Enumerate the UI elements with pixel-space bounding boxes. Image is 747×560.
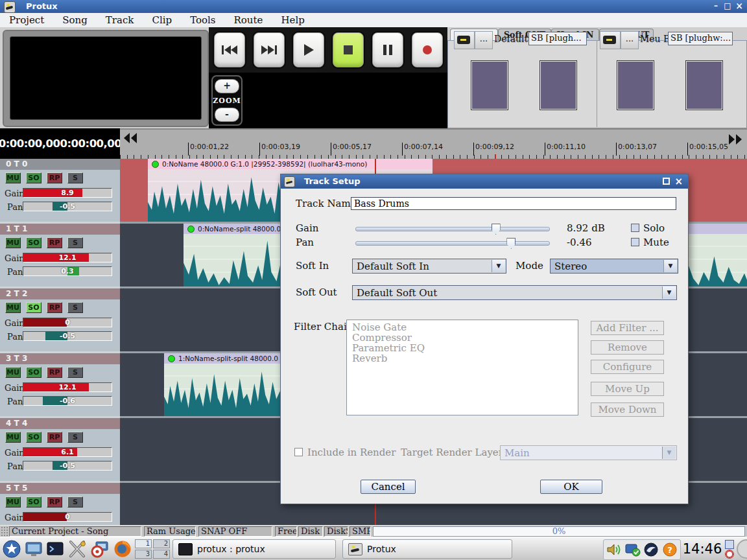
close-icon[interactable]: × <box>674 176 683 187</box>
terminal-icon[interactable] <box>45 539 65 559</box>
utilities-icon[interactable] <box>67 539 86 559</box>
menu-track[interactable]: Track <box>97 14 143 26</box>
soft-in-dropdown[interactable]: Default Soft In ▼ <box>352 259 506 274</box>
play-button[interactable] <box>293 32 324 67</box>
gain-bar[interactable]: 0 <box>23 512 112 522</box>
pager-desktop-3[interactable]: 3 <box>135 550 152 559</box>
zoom-in-button[interactable]: + <box>215 79 239 93</box>
gain-slider[interactable] <box>355 227 550 231</box>
select-button[interactable]: S <box>67 237 83 248</box>
media-app-icon[interactable] <box>90 539 110 559</box>
pan-slider[interactable] <box>355 241 550 246</box>
mute-checkbox-label[interactable]: Mute <box>643 237 669 248</box>
cancel-button[interactable]: Cancel <box>361 480 416 494</box>
record-arm-button[interactable]: RP <box>47 302 62 313</box>
gain-bar[interactable]: 6.1 <box>23 447 112 457</box>
minimize-icon[interactable]: – <box>711 2 721 11</box>
chevron-down-icon[interactable]: ▼ <box>662 286 676 299</box>
io-device-button[interactable] <box>600 31 621 49</box>
firefox-icon[interactable] <box>113 539 132 559</box>
track-header-5[interactable]: 5 T 5 MU SO RP S Gain 0 Pan <box>0 483 120 525</box>
select-button[interactable]: S <box>67 302 83 313</box>
pan-bar[interactable]: 0.3 <box>23 266 112 276</box>
menu-route[interactable]: Route <box>225 14 272 26</box>
dialog-titlebar[interactable]: Track Setup × <box>281 174 688 189</box>
track-title[interactable]: 3 T 3 <box>0 353 120 364</box>
record-arm-button[interactable]: RP <box>47 237 62 248</box>
menu-tools[interactable]: Tools <box>181 14 224 26</box>
filter-chain-list[interactable]: Noise Gate Compressor Parametric EQ Reve… <box>346 320 578 415</box>
configure-filter-button[interactable]: Configure <box>591 360 664 374</box>
volume-icon[interactable] <box>606 542 622 557</box>
mute-button[interactable]: MU <box>5 172 21 183</box>
menu-clip[interactable]: Clip <box>143 14 181 26</box>
skip-end-button[interactable] <box>254 32 285 67</box>
track-header-4[interactable]: 4 T 4 MU SO RP S Gain 6.1 Pan -0.5 <box>0 418 120 481</box>
mute-button[interactable]: MU <box>5 237 21 248</box>
track-title[interactable]: 4 T 4 <box>0 418 120 429</box>
filter-item[interactable]: Parametric EQ <box>347 343 578 353</box>
pan-bar[interactable]: -0.5 <box>23 202 112 211</box>
task-protux-terminal[interactable]: protux : protux <box>172 539 336 559</box>
gain-bar[interactable]: 8.9 <box>23 188 112 198</box>
solo-button[interactable]: SO <box>26 367 42 378</box>
resize-grip[interactable] <box>1 526 9 537</box>
gain-bar[interactable]: 12.1 <box>23 382 112 392</box>
mute-button[interactable]: MU <box>5 496 21 508</box>
select-button[interactable]: S <box>67 367 83 378</box>
show-desktop-icon[interactable] <box>737 539 747 559</box>
pager-desktop-1[interactable]: 1 <box>135 539 152 548</box>
gain-bar[interactable]: 0 <box>23 318 112 327</box>
kmenu-icon[interactable] <box>2 539 21 559</box>
remove-filter-button[interactable]: Remove <box>591 340 664 355</box>
clock[interactable]: 14:46 <box>681 539 724 559</box>
filter-item[interactable]: Compressor <box>347 332 578 343</box>
solo-button[interactable]: SO <box>26 302 42 313</box>
track-title[interactable]: 5 T 5 <box>0 483 120 494</box>
pan-bar[interactable]: -0.6 <box>23 396 112 406</box>
pager-desktop-2[interactable]: 2 <box>153 539 170 548</box>
scroll-right-button[interactable] <box>728 134 742 148</box>
pan-bar[interactable]: -0.5 <box>23 331 112 341</box>
display-check-icon[interactable] <box>625 542 641 557</box>
stop-button[interactable] <box>333 32 364 67</box>
gain-slider-thumb[interactable] <box>492 224 501 235</box>
close-icon[interactable]: × <box>734 2 744 11</box>
track-header-3[interactable]: 3 T 3 MU SO RP S Gain 12.1 Pan -0.6 <box>0 353 120 416</box>
mute-button[interactable]: MU <box>5 302 21 313</box>
soft-out-dropdown[interactable]: Default Soft Out ▼ <box>352 285 677 300</box>
kde-network-icon[interactable] <box>643 542 659 557</box>
task-protux-app[interactable]: Protux <box>342 539 512 559</box>
track-name-input[interactable] <box>351 197 676 210</box>
include-in-render-label[interactable]: Include in Render <box>307 447 396 458</box>
include-in-render-checkbox[interactable] <box>294 448 303 456</box>
io-device-field[interactable]: SB [plugh... <box>528 32 587 45</box>
solo-button[interactable]: SO <box>26 237 42 248</box>
help-icon[interactable]: ? <box>662 542 678 557</box>
track-header-2[interactable]: 2 T 2 MU SO RP S Gain 0 Pan -0.5 <box>0 288 120 351</box>
pan-slider-thumb[interactable] <box>506 238 516 249</box>
io-browse-button[interactable]: ... <box>475 31 493 49</box>
display-settings-icon[interactable] <box>24 539 43 559</box>
clip-header[interactable]: 0:NoName 48000.0 G:1.0 |29952-398592| (l… <box>148 159 433 169</box>
skip-start-button[interactable] <box>214 32 245 67</box>
track-header-0[interactable]: 0 T 0 MU SO RP S Gain 8.9 Pan -0.5 <box>0 159 120 222</box>
scroll-left-button[interactable] <box>123 132 137 146</box>
logout-icon[interactable] <box>725 550 734 559</box>
track-title[interactable]: 2 T 2 <box>0 288 120 299</box>
filter-item[interactable]: Noise Gate <box>347 322 578 332</box>
menu-help[interactable]: Help <box>272 14 313 26</box>
move-down-button[interactable]: Move Down <box>591 402 664 417</box>
track-title[interactable]: 0 T 0 <box>0 159 120 170</box>
solo-button[interactable]: SO <box>26 432 42 443</box>
record-button[interactable] <box>412 32 443 67</box>
solo-checkbox[interactable] <box>631 224 639 232</box>
maximize-icon[interactable] <box>663 178 670 185</box>
add-filter-button[interactable]: Add Filter ... <box>591 321 664 335</box>
status-snap[interactable]: SNAP OFF <box>198 526 272 537</box>
chevron-down-icon[interactable]: ▼ <box>663 260 677 272</box>
mute-button[interactable]: MU <box>5 367 21 378</box>
pan-bar[interactable]: -0.5 <box>23 461 112 471</box>
lock-session-icon[interactable] <box>725 540 734 549</box>
solo-checkbox-label[interactable]: Solo <box>643 222 665 234</box>
